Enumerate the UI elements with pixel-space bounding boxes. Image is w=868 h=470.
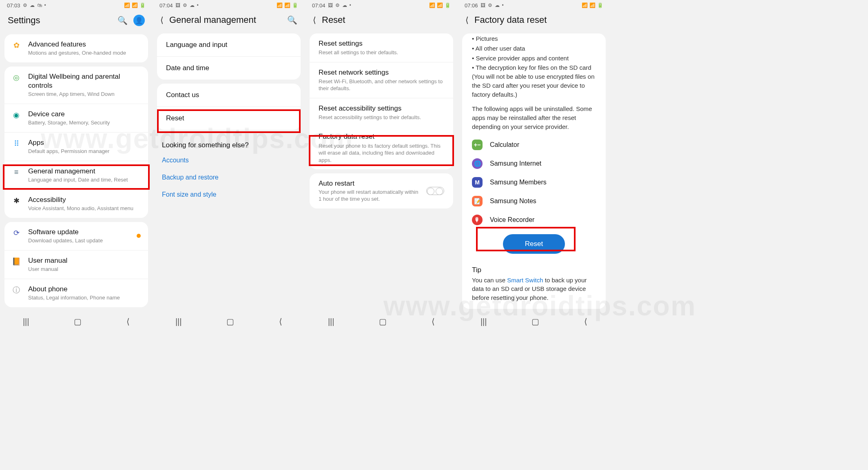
status-time: 07:06 <box>465 2 478 9</box>
status-bar: 07:03 ⚙ ☁ 🛍 • 📶 📶 🔋 <box>0 0 152 11</box>
screen-reset: 07:04 🖼 ⚙ ☁ • 📶 📶 🔋 ⟨ Reset Reset settin… <box>306 0 457 330</box>
settings-item-user-manual[interactable]: 📙 User manual User manual <box>4 250 148 279</box>
wellbeing-icon: ◎ <box>12 73 21 82</box>
search-icon[interactable]: 🔍 <box>117 16 128 25</box>
settings-item-apps[interactable]: ⠿ Apps Default apps, Permission manager <box>4 132 148 161</box>
smart-switch-link[interactable]: Smart Switch <box>507 277 543 284</box>
nav-recents[interactable]: ||| <box>23 317 29 326</box>
bullet-list: • Pictures • All other user data • Servi… <box>462 33 606 100</box>
device-care-icon: ◉ <box>12 111 21 120</box>
item-title: Device care <box>28 110 141 119</box>
uninstall-text: The following apps will be uninstalled. … <box>462 104 606 131</box>
screen-general-management: 07:04 🖼 ⚙ ☁ • 📶 📶 🔋 ⟨ General management… <box>153 0 305 330</box>
nav-back[interactable]: ⟨ <box>584 317 587 326</box>
settings-item-software-update[interactable]: ⟳ Software update Download updates, Last… <box>4 222 148 250</box>
gear-icon: ⚙ <box>183 2 187 8</box>
settings-item-about-phone[interactable]: ⓘ About phone Status, Legal information,… <box>4 279 148 307</box>
item-subtitle: User manual <box>28 266 141 273</box>
app-row: M Samsung Members <box>462 173 606 192</box>
app-row: +− Calculator <box>462 135 606 154</box>
item-subtitle: Download updates, Last update <box>28 237 129 244</box>
item-reset-accessibility[interactable]: Reset accessibility settings Reset acces… <box>310 98 453 127</box>
header: Settings 🔍 👤 <box>0 11 152 30</box>
item-reset[interactable]: Reset <box>157 106 301 130</box>
more-icon: • <box>197 2 199 8</box>
item-subtitle: Screen time, App timers, Wind Down <box>28 91 141 98</box>
status-time: 07:04 <box>312 2 326 9</box>
header: ⟨ General management 🔍 <box>153 11 305 29</box>
nav-home[interactable]: ▢ <box>226 317 234 326</box>
gear-icon: ⚙ <box>488 2 492 8</box>
app-name: Voice Recorder <box>490 216 534 224</box>
app-icon-voice-recorder: 🎙 <box>472 215 483 225</box>
tip-title: Tip <box>462 259 606 276</box>
settings-item-device-care[interactable]: ◉ Device care Battery, Storage, Memory, … <box>4 104 148 132</box>
item-subtitle: Reset all settings to their defaults. <box>319 49 444 56</box>
link-font-size-style[interactable]: Font size and style <box>153 186 305 203</box>
settings-item-accessibility[interactable]: ✱ Accessibility Voice Assistant, Mono au… <box>4 189 148 218</box>
auto-restart-toggle[interactable] <box>426 187 444 195</box>
item-title: User manual <box>28 256 141 265</box>
nav-back[interactable]: ⟨ <box>279 317 282 326</box>
link-backup-restore[interactable]: Backup and restore <box>153 169 305 186</box>
app-row: 🎙 Voice Recorder <box>462 211 606 229</box>
nav-home[interactable]: ▢ <box>379 317 387 326</box>
item-subtitle: Battery, Storage, Memory, Security <box>28 120 141 126</box>
app-icon-internet: 🌐 <box>472 158 483 169</box>
item-auto-restart[interactable]: Auto restart Your phone will restart aut… <box>310 173 453 208</box>
item-contact-us[interactable]: Contact us <box>157 84 301 106</box>
bullet-item: • Service provider apps and content <box>472 54 596 63</box>
nav-back[interactable]: ⟨ <box>432 317 435 326</box>
nav-bar: ||| ▢ ⟨ <box>458 313 610 330</box>
more-icon: • <box>350 2 351 8</box>
item-subtitle: Status, Legal information, Phone name <box>28 295 141 302</box>
back-icon[interactable]: ⟨ <box>160 15 164 25</box>
link-accounts[interactable]: Accounts <box>153 152 305 169</box>
app-name: Samsung Members <box>490 179 547 186</box>
image-icon: 🖼 <box>328 2 333 8</box>
item-subtitle: Your phone will restart automatically wi… <box>319 189 419 203</box>
cloud-icon: ☁ <box>190 2 195 8</box>
wifi-icon: 📶 <box>124 2 130 8</box>
header: ⟨ Factory data reset <box>458 11 610 29</box>
back-icon[interactable]: ⟨ <box>313 15 316 25</box>
settings-item-general-management[interactable]: ≡ General management Language and input,… <box>4 161 148 189</box>
manual-icon: 📙 <box>12 257 21 266</box>
page-title: General management <box>169 15 281 25</box>
search-icon[interactable]: 🔍 <box>287 15 297 25</box>
item-language-input[interactable]: Language and input <box>157 33 301 56</box>
item-reset-network[interactable]: Reset network settings Reset Wi-Fi, Blue… <box>310 62 453 98</box>
settings-item-digital-wellbeing[interactable]: ◎ Digital Wellbeing and parental control… <box>4 67 148 104</box>
reset-button[interactable]: Reset <box>503 234 565 254</box>
item-date-time[interactable]: Date and time <box>157 56 301 80</box>
back-icon[interactable]: ⟨ <box>465 15 469 25</box>
cloud-icon: ☁ <box>342 2 347 8</box>
nav-recents[interactable]: ||| <box>480 317 487 326</box>
profile-icon[interactable]: 👤 <box>133 15 145 26</box>
battery-icon: 🔋 <box>140 2 146 8</box>
nav-recents[interactable]: ||| <box>328 317 334 326</box>
item-subtitle: Default apps, Permission manager <box>28 148 141 155</box>
nav-recents[interactable]: ||| <box>175 317 182 326</box>
nav-home[interactable]: ▢ <box>74 317 82 326</box>
item-title: About phone <box>28 285 141 294</box>
nav-bar: ||| ▢ ⟨ <box>153 313 305 330</box>
app-row: 🌐 Samsung Internet <box>462 154 606 173</box>
update-badge <box>137 234 141 238</box>
app-row: 📝 Samsung Notes <box>462 192 606 211</box>
bullet-item: • Pictures <box>472 34 596 43</box>
header: ⟨ Reset <box>306 11 457 29</box>
image-icon: 🖼 <box>175 2 180 8</box>
settings-item-advanced-features[interactable]: ✿ Advanced features Motions and gestures… <box>4 34 148 62</box>
item-title: Reset settings <box>319 39 444 48</box>
nav-home[interactable]: ▢ <box>531 317 539 326</box>
image-icon: 🖼 <box>480 2 485 8</box>
screen-settings: 07:03 ⚙ ☁ 🛍 • 📶 📶 🔋 Settings 🔍 👤 ✿ Advan… <box>0 0 152 330</box>
item-factory-data-reset[interactable]: Factory data reset Reset your phone to i… <box>310 126 453 169</box>
battery-icon: 🔋 <box>292 2 298 8</box>
status-time: 07:04 <box>159 2 173 9</box>
item-reset-settings[interactable]: Reset settings Reset all settings to the… <box>310 33 453 62</box>
status-bar: 07:04 🖼 ⚙ ☁ • 📶 📶 🔋 <box>306 0 457 11</box>
item-title: Factory data reset <box>319 132 444 141</box>
nav-back[interactable]: ⟨ <box>126 317 130 326</box>
